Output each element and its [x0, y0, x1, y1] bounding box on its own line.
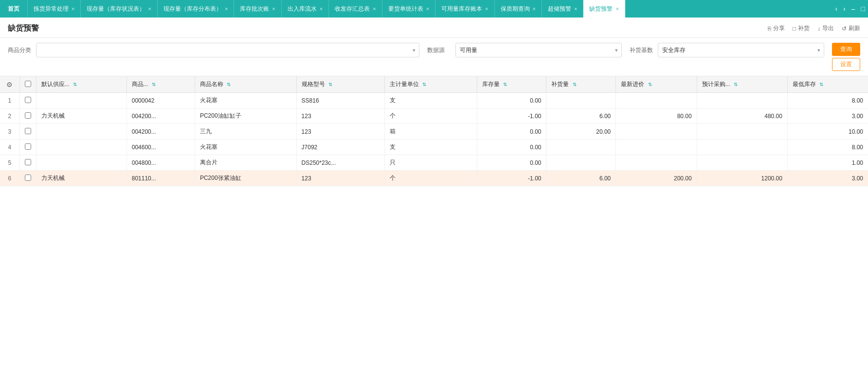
- tab-close-overstock[interactable]: ×: [574, 6, 577, 12]
- row-check-1: [19, 93, 36, 108]
- unit-sort-icon: ⇅: [422, 82, 426, 87]
- row-checkbox-2[interactable]: [25, 112, 31, 119]
- tab-maximize-button[interactable]: □: [858, 0, 868, 18]
- tab-order-stats[interactable]: 要货单统计表×: [382, 0, 435, 18]
- row-checkbox-4[interactable]: [25, 143, 31, 150]
- category-filter: 商品分类 ▾: [8, 43, 419, 57]
- tab-nav-buttons: ‹ › – □: [832, 0, 868, 18]
- tab-expiry[interactable]: 保质期查询×: [495, 0, 542, 18]
- cell-est-purchase-1: [697, 93, 787, 108]
- cell-name-2: PC200油缸缸子: [195, 108, 296, 124]
- export-button[interactable]: ↓ 导出: [817, 24, 834, 33]
- row-checkbox-6[interactable]: [25, 175, 31, 181]
- header-actions: ⎘ 分享 □ 补货 ↓ 导出 ↺ 刷新: [768, 24, 860, 33]
- tab-prev-button[interactable]: ‹: [832, 0, 840, 18]
- share-button[interactable]: ⎘ 分享: [768, 24, 785, 33]
- tab-label-home: 首页: [8, 5, 19, 13]
- tab-next-button[interactable]: ›: [840, 0, 849, 18]
- tab-close-receipt-summary[interactable]: ×: [373, 6, 376, 12]
- tab-receipt-summary[interactable]: 收发存汇总表×: [329, 0, 382, 18]
- cell-replenish-5: [546, 155, 616, 171]
- tab-minimize-button[interactable]: –: [849, 0, 858, 18]
- row-checkbox-3[interactable]: [25, 128, 31, 134]
- cell-name-4: 火花塞: [195, 140, 296, 155]
- cell-min-stock-5: 1.00: [787, 155, 868, 171]
- replenish-button[interactable]: □ 补货: [793, 24, 810, 33]
- cell-replenish-2: 6.00: [546, 108, 616, 124]
- tab-label-inventory-dist: 现存量（库存分布表）: [163, 5, 222, 13]
- tab-close-inventory-status[interactable]: ×: [148, 6, 151, 12]
- cell-supplier-1: [36, 93, 127, 108]
- col-settings[interactable]: ⚙: [0, 76, 19, 93]
- col-spec-header[interactable]: 规格型号 ⇅: [296, 76, 384, 93]
- tab-inventory-status[interactable]: 现存量（库存状况表）×: [81, 0, 157, 18]
- tab-overstock[interactable]: 超储预警×: [542, 0, 583, 18]
- name-sort-icon: ⇅: [227, 82, 231, 87]
- col-spec-label: 规格型号: [302, 81, 325, 88]
- cell-name-6: PC200张紧油缸: [195, 171, 296, 186]
- row-check-4: [19, 140, 36, 155]
- cell-price-6: 200.00: [616, 171, 697, 186]
- page-header: 缺货预警 ⎘ 分享 □ 补货 ↓ 导出 ↺ 刷新: [0, 18, 868, 38]
- col-unit-header[interactable]: 主计量单位 ⇅: [384, 76, 477, 93]
- datasource-select[interactable]: 可用量 库存量: [455, 43, 622, 57]
- cell-min-stock-2: 3.00: [787, 108, 868, 124]
- minstock-sort-icon: ⇅: [819, 82, 823, 87]
- sku-sort-icon: ⇅: [152, 82, 156, 87]
- main-table: ⚙ 默认供应... ⇅ 商品... ⇅ 商品名称 ⇅: [0, 76, 868, 186]
- col-minstock-label: 最低库存: [793, 81, 816, 88]
- tab-close-exception[interactable]: ×: [72, 6, 74, 12]
- cell-unit-3: 箱: [384, 124, 477, 140]
- table-gear-icon[interactable]: ⚙: [6, 81, 13, 88]
- tab-close-order-stats[interactable]: ×: [426, 6, 429, 12]
- cell-stock-2: -1.00: [477, 108, 546, 124]
- row-num-4: 4: [0, 140, 19, 155]
- table-row: 3004200...三九123箱0.0020.0010.00: [0, 124, 868, 140]
- cell-supplier-5: [36, 155, 127, 171]
- tab-home[interactable]: 首页: [0, 0, 28, 18]
- tab-exception[interactable]: 拣货异常处理×: [28, 0, 81, 18]
- select-all-checkbox[interactable]: [25, 81, 31, 87]
- replenish-base-select[interactable]: 安全库存 最低库存: [658, 43, 824, 57]
- col-unit-label: 主计量单位: [390, 81, 419, 88]
- tab-shortage[interactable]: 缺货预警×: [583, 0, 625, 18]
- col-stock-header[interactable]: 库存量 ⇅: [477, 76, 546, 93]
- col-sku-header[interactable]: 商品... ⇅: [127, 76, 195, 93]
- tab-inout-flow[interactable]: 出入库流水×: [282, 0, 329, 18]
- col-supplier-header[interactable]: 默认供应... ⇅: [36, 76, 127, 93]
- tab-available-ledger[interactable]: 可用量库存账本×: [435, 0, 494, 18]
- cell-unit-5: 只: [384, 155, 477, 171]
- query-button[interactable]: 查询: [832, 43, 860, 56]
- cell-est-purchase-4: [697, 140, 787, 155]
- tab-close-available-ledger[interactable]: ×: [485, 6, 488, 12]
- table-row: 6力天机械801110...PC200张紧油缸123个-1.006.00200.…: [0, 171, 868, 186]
- tab-bar: 首页拣货异常处理×现存量（库存状况表）×现存量（库存分布表）×库存批次账×出入库…: [0, 0, 868, 18]
- tab-close-expiry[interactable]: ×: [533, 6, 536, 12]
- cell-stock-1: 0.00: [477, 93, 546, 108]
- category-select-wrap: ▾: [36, 43, 419, 57]
- col-name-header[interactable]: 商品名称 ⇅: [195, 76, 296, 93]
- tab-close-inventory-dist[interactable]: ×: [225, 6, 228, 12]
- cell-sku-6: 801110...: [127, 171, 195, 186]
- col-price-header[interactable]: 最新进价 ⇅: [616, 76, 697, 93]
- row-num-5: 5: [0, 155, 19, 171]
- est-sort-icon: ⇅: [734, 82, 738, 87]
- cell-replenish-3: 20.00: [546, 124, 616, 140]
- col-replenish-header[interactable]: 补货量 ⇅: [546, 76, 616, 93]
- row-checkbox-5[interactable]: [25, 159, 31, 165]
- tab-close-inout-flow[interactable]: ×: [320, 6, 323, 12]
- row-num-3: 3: [0, 124, 19, 140]
- tab-label-expiry: 保质期查询: [501, 5, 530, 13]
- col-minstock-header[interactable]: 最低库存 ⇅: [787, 76, 868, 93]
- refresh-button[interactable]: ↺ 刷新: [842, 24, 860, 33]
- tab-inventory-dist[interactable]: 现存量（库存分布表）×: [158, 0, 234, 18]
- category-select[interactable]: [36, 43, 419, 57]
- tab-batch[interactable]: 库存批次账×: [234, 0, 281, 18]
- cell-min-stock-4: 8.00: [787, 140, 868, 155]
- tab-close-shortage[interactable]: ×: [615, 6, 618, 12]
- col-est-header[interactable]: 预计采购... ⇅: [697, 76, 787, 93]
- row-checkbox-1[interactable]: [25, 97, 31, 103]
- tab-close-batch[interactable]: ×: [272, 6, 275, 12]
- cell-stock-6: -1.00: [477, 171, 546, 186]
- settings-button[interactable]: 设置: [832, 58, 860, 71]
